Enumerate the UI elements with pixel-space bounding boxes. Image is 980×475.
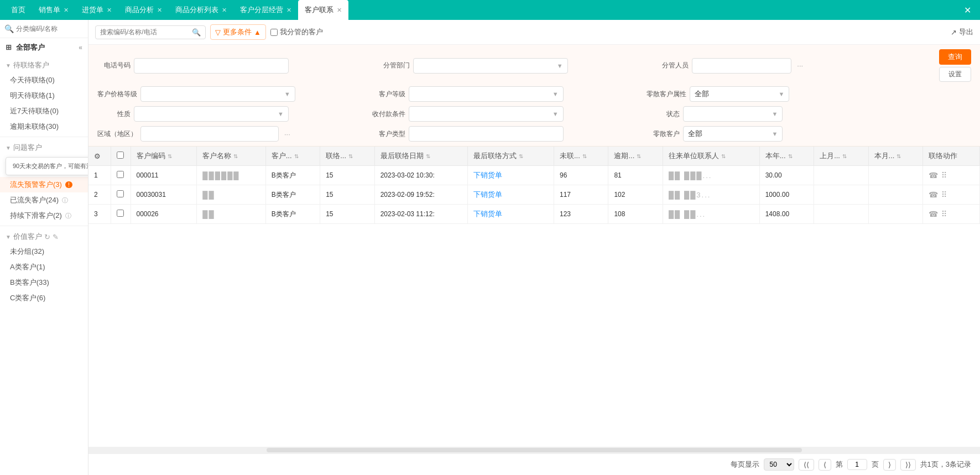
per-page-select[interactable]: 50 20 100 bbox=[764, 458, 794, 471]
grid-icon: ⊞ bbox=[6, 43, 12, 51]
scroll-track[interactable] bbox=[267, 448, 801, 452]
sidebar-item-overdue-pending[interactable]: 逾期未联络(30) bbox=[0, 119, 88, 134]
sidebar-collapse-button[interactable]: « bbox=[79, 44, 82, 51]
sidebar-item-class-c[interactable]: C类客户(6) bbox=[0, 290, 88, 306]
tab-product-analysis-list[interactable]: 商品分析列表 ✕ bbox=[169, 0, 233, 20]
total-label: 共1页，3条记录 bbox=[920, 460, 971, 469]
page-end-label: 页 bbox=[872, 460, 879, 469]
next-page-button[interactable]: ⟩ bbox=[883, 459, 896, 471]
sidebar-item-class-a[interactable]: A类客户(1) bbox=[0, 259, 88, 275]
more-action-icon[interactable]: ⠿ bbox=[941, 171, 947, 180]
cell-type: B类客户 bbox=[265, 166, 320, 185]
tab-product-analysis[interactable]: 商品分析 ✕ bbox=[118, 0, 169, 20]
sidebar-item-churn-warning[interactable]: 流失预警客户(3) ! bbox=[0, 177, 88, 192]
search-input[interactable] bbox=[100, 28, 189, 36]
sidebar-item-ungrouped[interactable]: 未分组(32) bbox=[0, 244, 88, 259]
settings-button[interactable]: 设置 bbox=[939, 67, 971, 82]
tab-customer-contact[interactable]: 客户联系 ✕ bbox=[298, 0, 348, 20]
customer-type-select[interactable] bbox=[409, 126, 564, 142]
chevron-down-icon: ▼ bbox=[552, 111, 559, 117]
more-action-icon[interactable]: ⠿ bbox=[941, 190, 947, 199]
sidebar-group-value[interactable]: ▼ 价值客户 ↻ ✎ bbox=[0, 228, 88, 244]
payment-select[interactable]: ▼ bbox=[409, 106, 564, 122]
sidebar-item-class-b[interactable]: B类客户(33) bbox=[0, 275, 88, 290]
last-page-button[interactable]: ⟩⟩ bbox=[900, 459, 916, 471]
nature-select[interactable]: ▼ bbox=[134, 106, 289, 122]
export-button[interactable]: ↗ 导出 bbox=[951, 27, 973, 37]
close-icon[interactable]: ✕ bbox=[222, 7, 227, 14]
my-customers-checkbox[interactable] bbox=[270, 29, 278, 36]
tab-sales[interactable]: 销售单 ✕ bbox=[32, 0, 75, 20]
chevron-down-icon: ▼ bbox=[6, 234, 11, 240]
data-table-container: ⚙ 客户编码 ⇅ bbox=[88, 147, 980, 447]
sort-icon: ⇅ bbox=[233, 153, 238, 159]
more-action-icon[interactable]: ⠿ bbox=[941, 210, 947, 218]
sidebar-group-pending[interactable]: ▼ 待联络客户 bbox=[0, 57, 88, 72]
sidebar-item-today-pending[interactable]: 今天待联络(0) bbox=[0, 72, 88, 88]
dept-select[interactable]: ▼ bbox=[413, 58, 568, 74]
scatter-attr-select[interactable]: 全部 ▼ bbox=[690, 86, 789, 102]
phone-input[interactable] bbox=[134, 58, 289, 74]
phone-action-icon[interactable]: ☎ bbox=[929, 210, 938, 218]
close-icon[interactable]: ✕ bbox=[286, 7, 291, 14]
cell-last-contact-method: 下销货单 bbox=[467, 205, 554, 224]
sidebar-item-tomorrow-pending[interactable]: 明天待联络(1) bbox=[0, 88, 88, 103]
horizontal-scrollbar[interactable] bbox=[88, 447, 980, 453]
cell-last-month bbox=[814, 185, 868, 205]
cell-checkbox bbox=[111, 185, 131, 205]
select-all-checkbox[interactable] bbox=[117, 152, 124, 159]
more-dots-icon[interactable]: ··· bbox=[284, 130, 290, 138]
edit-icon[interactable]: ✎ bbox=[53, 233, 59, 241]
per-page-label: 每页显示 bbox=[731, 460, 759, 469]
cell-checkbox bbox=[111, 166, 131, 185]
query-button[interactable]: 查询 bbox=[939, 49, 971, 65]
cell-name: ██ bbox=[197, 185, 265, 205]
last-contact-method-link[interactable]: 下销货单 bbox=[473, 210, 502, 218]
tab-customer-layers[interactable]: 客户分层经营 ✕ bbox=[233, 0, 298, 20]
gear-icon[interactable]: ⚙ bbox=[94, 152, 101, 160]
chevron-down-icon: ▼ bbox=[6, 62, 11, 69]
sidebar-header[interactable]: ⊞ 全部客户 « bbox=[0, 38, 88, 57]
chevron-down-icon: ▼ bbox=[772, 111, 778, 117]
customer-grade-select[interactable]: ▼ bbox=[409, 86, 564, 102]
row-checkbox[interactable] bbox=[117, 171, 124, 178]
price-grade-select[interactable]: ▼ bbox=[140, 86, 295, 102]
last-contact-method-link[interactable]: 下销货单 bbox=[473, 171, 502, 179]
sidebar-search-input[interactable] bbox=[16, 25, 88, 33]
more-dots-icon[interactable]: ··· bbox=[797, 61, 803, 70]
phone-action-icon[interactable]: ☎ bbox=[929, 171, 938, 180]
region-select[interactable] bbox=[140, 126, 279, 142]
first-page-button[interactable]: ⟨⟨ bbox=[799, 459, 814, 471]
last-contact-method-link[interactable]: 下销货单 bbox=[473, 190, 502, 199]
sidebar-item-week-pending[interactable]: 近7天待联络(0) bbox=[0, 103, 88, 119]
person-select[interactable] bbox=[692, 58, 791, 74]
cell-last-contact-date: 2023-02-03 11:12: bbox=[374, 205, 467, 224]
filter-phone: 电话号码 bbox=[97, 58, 377, 74]
my-customers-checkbox-label[interactable]: 我分管的客户 bbox=[270, 27, 323, 37]
close-icon[interactable]: ✕ bbox=[157, 7, 162, 14]
status-select[interactable]: ▼ bbox=[683, 106, 783, 122]
sidebar-item-declining[interactable]: 持续下滑客户(2) ⓘ bbox=[0, 208, 88, 223]
close-icon[interactable]: ✕ bbox=[64, 7, 69, 14]
sidebar-group-problem[interactable]: ▼ 问题客户 bbox=[0, 139, 88, 155]
row-checkbox[interactable] bbox=[117, 210, 124, 217]
tab-purchase[interactable]: 进货单 ✕ bbox=[75, 0, 118, 20]
phone-action-icon[interactable]: ☎ bbox=[929, 190, 938, 199]
page-number-input[interactable] bbox=[847, 459, 867, 470]
cell-index: 3 bbox=[88, 205, 111, 224]
tab-bar: 首页 销售单 ✕ 进货单 ✕ 商品分析 ✕ 商品分析列表 ✕ 客户分层经营 ✕ … bbox=[0, 0, 980, 20]
search-submit-icon[interactable]: 🔍 bbox=[192, 28, 201, 36]
prev-page-button[interactable]: ⟨ bbox=[819, 459, 831, 471]
close-icon[interactable]: ✕ bbox=[337, 7, 342, 14]
refresh-icon[interactable]: ↻ bbox=[44, 233, 50, 241]
tab-home[interactable]: 首页 bbox=[4, 0, 32, 20]
cell-index: 1 bbox=[88, 166, 111, 185]
th-this-month: 本月... ⇅ bbox=[868, 147, 922, 166]
scatter-customer-select[interactable]: 全部 ▼ bbox=[683, 126, 783, 142]
row-checkbox[interactable] bbox=[117, 190, 124, 197]
more-conditions-button[interactable]: ▽ 更多条件 ▲ bbox=[210, 24, 266, 40]
advanced-filter-panel: 电话号码 分管部门 ▼ 分管人员 ··· bbox=[88, 45, 980, 147]
close-icon[interactable]: ✕ bbox=[107, 7, 112, 14]
window-close-button[interactable]: ✕ bbox=[960, 5, 976, 15]
sidebar-item-churned[interactable]: 已流失客户(24) ⓘ bbox=[0, 192, 88, 208]
